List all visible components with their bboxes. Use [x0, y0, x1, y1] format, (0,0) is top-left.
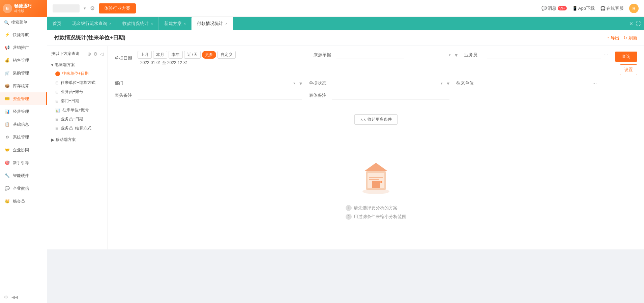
search-menu[interactable]: 🔍 搜索菜单: [0, 17, 47, 28]
date-buttons-row: 上月 本月 本年 近7天 更多 自定义: [138, 51, 236, 59]
date-btn-this-month[interactable]: 本月: [153, 51, 167, 59]
staff-more-icon[interactable]: ···: [604, 52, 608, 58]
scheme-item-staff-account[interactable]: ⊞ 业务员+账号: [47, 87, 108, 96]
tab-cashflow[interactable]: 现金银行流水查询 ×: [67, 17, 117, 30]
sidebar-item-inventory[interactable]: 📦 库存核算: [0, 80, 47, 92]
dept-select[interactable]: [138, 79, 297, 87]
inventory-icon: 📦: [4, 83, 10, 89]
page-title: 付款情况统计(往来单位+日期): [54, 34, 125, 41]
date-btn-custom[interactable]: 自定义: [217, 51, 236, 59]
user-avatar[interactable]: R: [629, 4, 639, 13]
scheme-item-staff-payment[interactable]: ⊞ 业务员+结算方式: [47, 124, 108, 133]
dept-select-wrap: [138, 79, 297, 87]
mobile-section-header[interactable]: ▶ 移动端方案: [47, 135, 108, 144]
partner-more-icon[interactable]: ···: [592, 80, 597, 86]
staff-input[interactable]: [487, 51, 601, 59]
sidebar-item-basic[interactable]: 📋 基础信息: [0, 118, 47, 131]
status-more-icon[interactable]: ▾: [447, 80, 449, 87]
source-more-icon[interactable]: ▾: [455, 52, 458, 58]
close-all-icon[interactable]: ✕: [629, 21, 633, 26]
scheme-section-mobile: ▶ 移动端方案: [47, 134, 108, 145]
scheme-item-unit-date[interactable]: 往来单位+日期: [47, 69, 108, 78]
sidebar-item-marketing[interactable]: 📢 营销推广: [0, 41, 47, 54]
footer-settings-icon[interactable]: ⚙: [4, 295, 8, 300]
date-btn-more[interactable]: 更多: [202, 51, 216, 59]
query-button[interactable]: 查询: [615, 52, 637, 62]
scheme-item-label: 往来单位+结算方式: [61, 80, 95, 86]
desktop-section-header[interactable]: ▾ 电脑端方案: [47, 61, 108, 69]
sidebar-item-hardware[interactable]: 🔧 智能硬件: [0, 169, 47, 182]
date-btn-last-month[interactable]: 上月: [138, 51, 152, 59]
manage-scheme-icon[interactable]: ⚙: [93, 51, 98, 57]
tab-receipts[interactable]: 收款情况统计 ×: [117, 17, 158, 30]
sidebar-item-purchase[interactable]: 🛒 采购管理: [0, 67, 47, 80]
body-remark-input[interactable]: [332, 91, 449, 99]
download-btn[interactable]: 📱 App下载: [572, 5, 595, 11]
payment-close-icon[interactable]: ×: [225, 22, 227, 26]
source-select[interactable]: [336, 51, 404, 59]
settings-icon[interactable]: ⚙: [90, 5, 95, 11]
new-scheme-label: 新建方案: [164, 21, 182, 27]
dept-label: 部门: [115, 80, 135, 86]
receipts-close-icon[interactable]: ×: [151, 22, 153, 26]
empty-tip-1: 1 请先选择要分析的方案: [346, 205, 406, 211]
tab-payment[interactable]: 付款情况统计 ×: [192, 17, 233, 30]
settings-button[interactable]: 设置: [620, 64, 637, 75]
partner-input[interactable]: [479, 79, 590, 87]
tabbar-actions: ✕ ⛶: [626, 21, 644, 26]
collapse-scheme-icon[interactable]: ◁: [100, 51, 104, 57]
message-btn[interactable]: 💬 消息 99+: [541, 5, 567, 11]
sidebar-item-quicknav[interactable]: ⚡ 快捷导航: [0, 28, 47, 41]
svg-rect-4: [372, 181, 380, 188]
scheme-item-label: 往来单位+账号: [62, 107, 89, 113]
sidebar-item-enterprise[interactable]: 🤝 企业协同: [0, 144, 47, 156]
filter-form: 单据日期 上月 本月 本年 近7天 更多 自定义 20: [108, 46, 644, 108]
sidebar-item-guide[interactable]: 🎯 新手引导: [0, 156, 47, 169]
sidebar-item-sales[interactable]: 💰 销售管理: [0, 54, 47, 67]
refresh-button[interactable]: ↻ 刷新: [623, 35, 637, 41]
footer-collapse-icon[interactable]: ◀◀: [11, 295, 18, 300]
selector-chevron[interactable]: ▾: [84, 6, 86, 11]
scheme-item-staff-date[interactable]: ⊞ 业务员+日期: [47, 115, 108, 124]
sidebar-item-wechat[interactable]: 💬 企业微信: [0, 182, 47, 195]
operation-icon: 📊: [4, 109, 10, 115]
scheme-title: 按以下方案查询: [51, 51, 80, 57]
sidebar-item-system[interactable]: ⚙ 系统管理: [0, 131, 47, 144]
sidebar-nav: ⚡ 快捷导航 📢 营销推广 💰 销售管理 🛒 采购管理 📦 库存核算 💳 资金管…: [0, 28, 47, 291]
empty-illustration: [356, 158, 396, 198]
sidebar-item-vip[interactable]: 👑 畅会员: [0, 195, 47, 208]
date-btn-this-year[interactable]: 本年: [169, 51, 183, 59]
quicknav-label: 快捷导航: [13, 32, 29, 38]
add-scheme-icon[interactable]: ⊕: [87, 51, 91, 57]
filter-dept-field: 部门 ▾: [115, 79, 302, 87]
filter-date-field: 单据日期 上月 本月 本年 近7天 更多 自定义 20: [115, 51, 307, 66]
collapse-conditions-button[interactable]: ∧∧ 收起更多条件: [354, 114, 398, 125]
filter-partner-field: 往来单位 ···: [449, 79, 597, 87]
search-label: 搜索菜单: [11, 20, 27, 25]
scheme-item-icon-2: ⊞: [55, 81, 59, 85]
dept-more-icon[interactable]: ▾: [299, 80, 302, 87]
date-btn-7days[interactable]: 近7天: [184, 51, 201, 59]
tab-new-scheme[interactable]: 新建方案 ×: [159, 17, 192, 30]
page-header: 付款情况统计(往来单位+日期) ↑ 导出 ↻ 刷新: [47, 30, 644, 46]
hardware-label: 智能硬件: [13, 173, 29, 179]
export-button[interactable]: ↑ 导出: [607, 35, 620, 41]
sidebar-item-capital[interactable]: 💳 资金管理: [0, 92, 47, 105]
service-btn[interactable]: 🎧 在线客服: [600, 5, 624, 11]
page-content: 付款情况统计(往来单位+日期) ↑ 导出 ↻ 刷新 按以下方案查询 ⊕: [47, 30, 644, 303]
status-select[interactable]: [332, 79, 399, 87]
try-industry-button[interactable]: 体验行业方案: [99, 3, 136, 13]
scheme-item-dept-date[interactable]: ⊞ 部门+日期: [47, 96, 108, 105]
cashflow-close-icon[interactable]: ×: [109, 22, 111, 26]
new-scheme-close-icon[interactable]: ×: [184, 22, 186, 26]
tab-home[interactable]: 首页: [47, 21, 67, 27]
header-remark-input[interactable]: [138, 91, 302, 99]
inventory-label: 库存核算: [13, 83, 29, 89]
scheme-header: 按以下方案查询 ⊕ ⚙ ◁: [47, 50, 108, 59]
scheme-item-unit-payment[interactable]: ⊞ 往来单位+结算方式: [47, 78, 108, 87]
collapse-bar: ∧∧ 收起更多条件: [108, 108, 644, 131]
sidebar-item-operation[interactable]: 📊 经营管理: [0, 105, 47, 118]
expand-icon[interactable]: ⛶: [636, 21, 641, 26]
scheme-item-unit-account[interactable]: 📊 往来单位+账号: [47, 105, 108, 115]
filter-staff-field: 业务员 ···: [458, 51, 608, 59]
